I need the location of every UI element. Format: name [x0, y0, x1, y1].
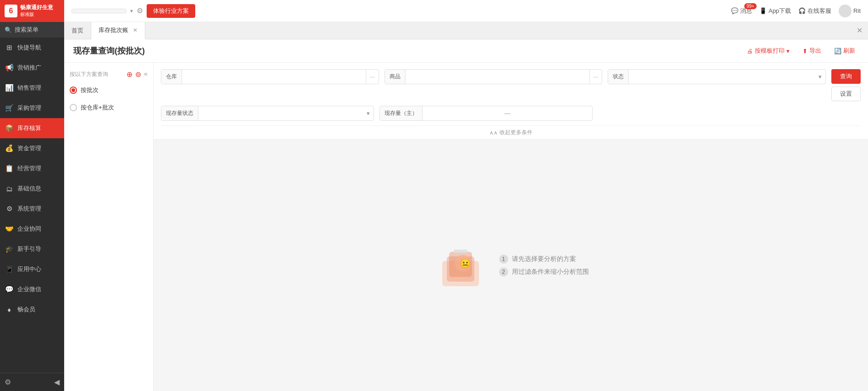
nav-label-inventory: 库存核算 [17, 124, 41, 132]
tip-1-text: 请先选择要分析的方案 [512, 255, 576, 263]
app-download-label: App下载 [769, 7, 791, 15]
product-input[interactable] [406, 71, 589, 83]
settings-button[interactable]: 设置 [831, 87, 861, 101]
filter-option-by-batch-label: 按批次 [81, 86, 99, 94]
topbar: ▾ ⚙ 体验行业方案 💬 消息 99+ 📱 App下载 🎧 在线客服 Rit [64, 0, 868, 22]
print-template-label: 按模板打印 [755, 47, 785, 55]
refresh-btn[interactable]: 🔄 刷新 [830, 45, 859, 57]
refresh-icon: 🔄 [834, 48, 841, 54]
inventory-qty-label: 现存量（主） [380, 106, 423, 120]
query-row-1: 仓库 ··· 商品 ··· 状态 [161, 69, 861, 101]
close-all-button[interactable]: ✕ [851, 22, 868, 39]
tab-home-label: 首页 [71, 27, 83, 35]
print-template-btn[interactable]: 🖨 按模板打印 ▾ [743, 45, 793, 57]
product-dots[interactable]: ··· [589, 70, 602, 83]
sidebar-title: 畅康通好生意 [20, 4, 53, 11]
export-btn[interactable]: ⬆ 导出 [799, 45, 825, 57]
filter-icons: ⊕ ⊚ « [126, 70, 148, 79]
sidebar-item-finance[interactable]: 💰 资金管理 [0, 138, 64, 158]
nav-label-operations: 经营管理 [17, 164, 41, 173]
product-field: 商品 ··· [385, 69, 603, 84]
inventory-status-dropdown[interactable]: ▾ [363, 107, 374, 120]
tab-close-icon[interactable]: ✕ [133, 27, 137, 33]
tabs-bar: 首页 库存批次账 ✕ ✕ [64, 22, 868, 39]
refresh-label: 刷新 [843, 47, 855, 55]
filter-sidebar: 按以下方案查询 ⊕ ⊚ « 按批次 按仓库+批次 [64, 63, 154, 391]
radio-inner-by-batch [71, 88, 75, 92]
radio-by-batch [70, 87, 77, 94]
empty-tip-1: 1 请先选择要分析的方案 [499, 255, 589, 264]
query-button[interactable]: 查询 [831, 69, 861, 84]
experience-btn[interactable]: 体验行业方案 [147, 4, 195, 18]
sidebar-item-operations[interactable]: 📋 经营管理 [0, 158, 64, 179]
collapse-more[interactable]: ∧∧ 收起更多条件 [161, 125, 861, 139]
online-service-action[interactable]: 🎧 在线客服 [798, 7, 831, 15]
guide-icon: 🎓 [5, 244, 14, 254]
chevron-up-icon: ∧∧ [489, 130, 498, 136]
nav-label-basic: 基础信息 [17, 185, 41, 193]
message-badge: 99+ [744, 3, 757, 9]
export-label: 导出 [809, 47, 821, 55]
warehouse-label: 仓库 [161, 70, 182, 84]
warehouse-dots[interactable]: ··· [366, 70, 379, 83]
right-panel: 仓库 ··· 商品 ··· 状态 [154, 63, 868, 391]
nav-label-enterprise: 企业协同 [17, 225, 41, 233]
empty-tips: 1 请先选择要分析的方案 2 用过滤条件来缩小分析范围 [499, 255, 589, 277]
inventory-qty-from-input[interactable] [423, 107, 502, 120]
app-download-action[interactable]: 📱 App下载 [759, 7, 791, 15]
page-title: 现存量查询(按批次) [73, 45, 145, 56]
sidebar-item-quick-nav[interactable]: ⊞ 快捷导航 [0, 38, 64, 58]
sidebar-search[interactable]: 🔍 搜索菜单 [0, 22, 64, 38]
sidebar-item-enterprise[interactable]: 🤝 企业协同 [0, 219, 64, 239]
user-action[interactable]: Rit [839, 5, 861, 17]
add-filter-icon[interactable]: ⊕ [126, 70, 132, 79]
headset-icon: 🎧 [798, 7, 806, 14]
svg-rect-5 [454, 250, 467, 253]
inventory-qty-to-input[interactable] [513, 107, 593, 120]
sidebar-item-system[interactable]: ⚙ 系统管理 [0, 199, 64, 219]
sidebar-item-apps[interactable]: 📱 应用中心 [0, 259, 64, 279]
sidebar-item-inventory[interactable]: 📦 库存核算 [0, 118, 64, 138]
sidebar-item-member[interactable]: ♦ 畅会员 [0, 299, 64, 320]
nav-label-member: 畅会员 [17, 305, 35, 314]
tip-2-number: 2 [499, 267, 508, 277]
tab-home[interactable]: 首页 [64, 22, 91, 39]
topbar-right: 💬 消息 99+ 📱 App下载 🎧 在线客服 Rit [731, 5, 861, 17]
print-dropdown-icon[interactable]: ▾ [786, 48, 790, 54]
radio-by-warehouse-batch [70, 104, 77, 111]
close-all-icon: ✕ [857, 26, 863, 35]
message-action[interactable]: 💬 消息 99+ [731, 7, 752, 15]
collapse-more-label: 收起更多条件 [500, 129, 533, 136]
sidebar-item-guide[interactable]: 🎓 新手引导 [0, 239, 64, 259]
warehouse-input[interactable] [182, 71, 366, 83]
filter-title-label: 按以下方案查询 [70, 71, 108, 78]
status-dropdown-icon[interactable]: ▾ [815, 70, 825, 83]
topbar-dropdown-icon[interactable]: ▾ [130, 8, 133, 14]
phone-icon: 📱 [759, 7, 767, 14]
topbar-gear-icon[interactable]: ⚙ [137, 6, 143, 15]
print-icon: 🖨 [747, 48, 753, 54]
settings-footer-icon[interactable]: ⚙ [5, 378, 11, 386]
topbar-search-box[interactable] [71, 9, 126, 13]
sidebar-item-marketing[interactable]: 📢 营销推广 [0, 58, 64, 78]
filter-option-by-warehouse-batch[interactable]: 按仓库+批次 [64, 99, 153, 116]
sidebar-item-wechat[interactable]: 💬 企业微信 [0, 279, 64, 299]
sidebar-item-basic[interactable]: 🗂 基础信息 [0, 179, 64, 199]
status-input[interactable] [629, 71, 815, 83]
filter-option-by-batch[interactable]: 按批次 [64, 81, 153, 99]
tab-inventory-batch[interactable]: 库存批次账 ✕ [91, 22, 145, 39]
inventory-status-input[interactable] [198, 107, 363, 120]
svg-text:😐: 😐 [460, 258, 471, 269]
product-label: 商品 [385, 70, 406, 84]
sidebar-footer: ⚙ ◀ [0, 373, 64, 391]
main-area: ▾ ⚙ 体验行业方案 💬 消息 99+ 📱 App下载 🎧 在线客服 Rit [64, 0, 868, 391]
collapse-filter-icon[interactable]: « [144, 70, 148, 79]
sidebar-item-sales[interactable]: 📊 销售管理 [0, 78, 64, 98]
settings-filter-icon[interactable]: ⊚ [135, 70, 141, 79]
search-icon: 🔍 [5, 27, 12, 33]
collapse-sidebar-icon[interactable]: ◀ [54, 378, 60, 386]
basic-icon: 🗂 [5, 184, 14, 193]
sidebar-item-purchase[interactable]: 🛒 采购管理 [0, 98, 64, 118]
empty-illustration: 😐 [433, 238, 488, 293]
sidebar-version: 标准版 [20, 11, 53, 18]
